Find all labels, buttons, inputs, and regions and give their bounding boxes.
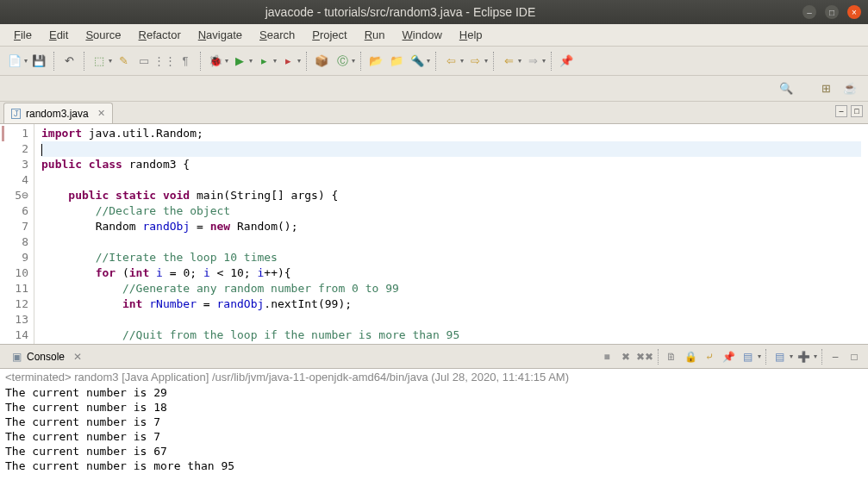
line-number[interactable]: 5⊖ — [2, 188, 28, 203]
display-console-button[interactable]: ▤ — [739, 349, 756, 365]
dropdown-icon[interactable]: ▾ — [24, 57, 28, 65]
dropdown-icon[interactable]: ▾ — [352, 57, 355, 65]
code-editor[interactable]: 1 2 3 45⊖ 6 7 8 9 10 11 12 13 14 import … — [0, 124, 868, 345]
menu-help[interactable]: Help — [451, 25, 491, 45]
line-number[interactable]: 2 — [2, 141, 28, 157]
window-close-button[interactable]: × — [847, 5, 861, 19]
prev-annotation-button[interactable]: ⇦ — [441, 52, 460, 71]
run-last-button[interactable]: ▸ — [278, 52, 297, 71]
line-number[interactable]: 8 — [2, 234, 28, 250]
menu-run[interactable]: Run — [356, 25, 394, 45]
console-tab[interactable]: ▣ Console ✕ — [5, 347, 89, 366]
line-number[interactable]: 10 — [2, 265, 28, 281]
coverage-button[interactable]: ▸ — [254, 52, 273, 71]
code-line[interactable] — [41, 312, 861, 327]
dropdown-icon[interactable]: ▾ — [249, 57, 253, 65]
line-number[interactable]: 13 — [2, 312, 28, 327]
scroll-lock-button[interactable]: 🔒 — [682, 349, 699, 365]
dropdown-icon[interactable]: ▾ — [297, 57, 301, 65]
next-annotation-button[interactable]: ⇨ — [465, 52, 484, 71]
dropdown-icon[interactable]: ▾ — [427, 57, 430, 65]
window-minimize-button[interactable]: – — [802, 5, 816, 19]
minimize-view-button[interactable]: – — [835, 105, 847, 117]
code-line[interactable]: //Generate any random number from 0 to 9… — [41, 281, 861, 296]
open-type-button[interactable]: ⬚ — [90, 52, 109, 71]
forward-button[interactable]: ⇒ — [523, 52, 542, 71]
new-button[interactable]: 📄 — [5, 52, 24, 71]
save-button[interactable]: 💾 — [29, 52, 48, 71]
open-task-button[interactable]: 📂 — [366, 52, 385, 71]
run-button[interactable]: ▶ — [230, 52, 249, 71]
menu-project[interactable]: Project — [303, 25, 355, 45]
dropdown-icon[interactable]: ▾ — [273, 57, 277, 65]
open-resource-button[interactable]: 📁 — [387, 52, 406, 71]
code-line[interactable]: import java.util.Random; — [41, 126, 861, 141]
maximize-console-button[interactable]: □ — [846, 349, 863, 365]
java-perspective-button[interactable]: ☕ — [840, 79, 859, 98]
dropdown-icon[interactable]: ▾ — [484, 57, 488, 65]
close-tab-icon[interactable]: ✕ — [97, 108, 105, 119]
line-number[interactable]: 7 — [2, 219, 28, 234]
code-line[interactable]: public static void main(String[] args) { — [41, 188, 861, 203]
menu-search[interactable]: Search — [251, 25, 303, 45]
menu-edit[interactable]: Edit — [41, 25, 77, 45]
code-line[interactable] — [41, 234, 861, 250]
clear-console-button[interactable]: 🗎 — [663, 349, 680, 365]
menu-file[interactable]: File — [5, 25, 41, 45]
undo-button[interactable]: ↶ — [59, 52, 78, 71]
pin-console-button[interactable]: 📌 — [720, 349, 737, 365]
pin-editor-button[interactable]: 📌 — [557, 52, 576, 71]
quick-access-icon[interactable]: 🔍 — [777, 79, 796, 98]
dropdown-icon[interactable]: ▾ — [518, 57, 521, 65]
code-line[interactable] — [41, 141, 861, 157]
line-number[interactable]: 4 — [2, 172, 28, 188]
remove-launch-button[interactable]: ✖ — [617, 349, 634, 365]
code-line[interactable] — [41, 172, 861, 188]
new-package-button[interactable]: 📦 — [312, 52, 331, 71]
code-line[interactable]: //Quit from the loop if the number is mo… — [41, 327, 861, 343]
show-whitespace-button[interactable]: ⋮⋮ — [155, 52, 174, 71]
menu-window[interactable]: Window — [394, 25, 451, 45]
back-button[interactable]: ⇐ — [499, 52, 518, 71]
line-number[interactable]: 3 — [2, 157, 28, 172]
toggle-mark-button[interactable]: ✎ — [114, 52, 133, 71]
terminate-button[interactable]: ■ — [598, 349, 615, 365]
window-maximize-button[interactable]: □ — [825, 5, 839, 19]
dropdown-icon[interactable]: ▾ — [225, 57, 228, 65]
search-button[interactable]: 🔦 — [408, 52, 427, 71]
code-area[interactable]: import java.util.Random;public class ran… — [34, 124, 868, 344]
block-select-button[interactable]: ▭ — [134, 52, 153, 71]
close-tab-icon[interactable]: ✕ — [73, 351, 82, 363]
dropdown-icon[interactable]: ▾ — [460, 57, 464, 65]
menu-source[interactable]: Source — [77, 25, 129, 45]
remove-all-button[interactable]: ✖✖ — [636, 349, 653, 365]
code-line[interactable]: public class random3 { — [41, 157, 861, 172]
new-console-view-button[interactable]: ➕ — [795, 349, 812, 365]
word-wrap-button[interactable]: ⤶ — [701, 349, 718, 365]
open-perspective-button[interactable]: ⊞ — [816, 79, 835, 98]
line-number[interactable]: 12 — [2, 296, 28, 312]
editor-tab[interactable]: 🄹 random3.java ✕ — [3, 103, 113, 123]
line-number[interactable]: 14 — [2, 327, 28, 343]
line-number-gutter[interactable]: 1 2 3 45⊖ 6 7 8 9 10 11 12 13 14 — [0, 124, 34, 344]
dropdown-icon[interactable]: ▾ — [542, 57, 546, 65]
code-line[interactable]: for (int i = 0; i < 10; i++){ — [41, 265, 861, 281]
dropdown-icon[interactable]: ▾ — [109, 57, 112, 65]
line-number[interactable]: 1 — [2, 126, 28, 141]
open-console-button[interactable]: ▤ — [771, 349, 788, 365]
code-line[interactable]: Random randObj = new Random(); — [41, 219, 861, 234]
console-output[interactable]: <terminated> random3 [Java Application] … — [0, 369, 868, 499]
line-number[interactable]: 6 — [2, 203, 28, 219]
menu-navigate[interactable]: Navigate — [190, 25, 251, 45]
line-number[interactable]: 9 — [2, 250, 28, 265]
line-number[interactable]: 11 — [2, 281, 28, 296]
minimize-console-button[interactable]: – — [827, 349, 844, 365]
new-class-button[interactable]: Ⓒ — [333, 52, 352, 71]
menu-refactor[interactable]: Refactor — [130, 25, 190, 45]
toggle-breadcrumb-button[interactable]: ¶ — [176, 52, 195, 71]
code-line[interactable]: //Iterate the loop 10 times — [41, 250, 861, 265]
maximize-view-button[interactable]: □ — [851, 105, 863, 117]
debug-button[interactable]: 🐞 — [206, 52, 225, 71]
code-line[interactable]: //Declare the object — [41, 203, 861, 219]
code-line[interactable]: int rNumber = randObj.nextInt(99); — [41, 296, 861, 312]
